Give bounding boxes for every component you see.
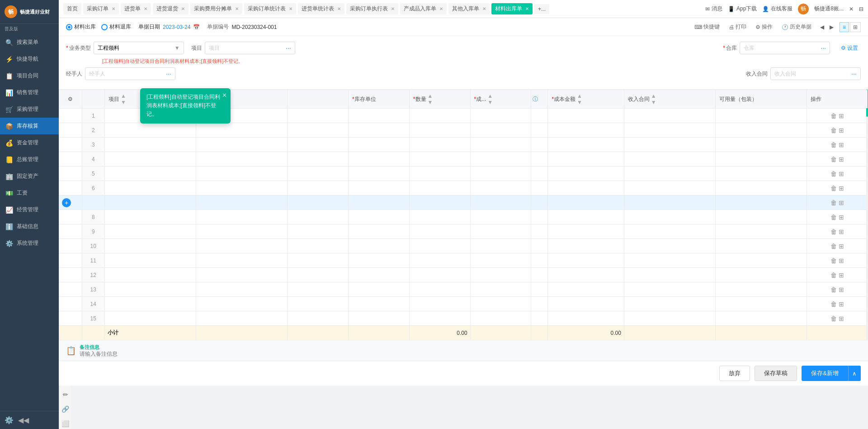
shortcut-btn[interactable]: ⌨ 快捷键 bbox=[692, 22, 722, 32]
prev-arrow[interactable]: ◀ bbox=[818, 23, 826, 32]
copy-icon[interactable]: ⊞ bbox=[839, 228, 844, 235]
tab-purchase-expense-close[interactable]: ✕ bbox=[235, 6, 239, 11]
print-btn[interactable]: 🖨 打印 bbox=[726, 22, 749, 32]
copy-icon[interactable]: ⊞ bbox=[839, 300, 844, 308]
add-row-btn[interactable]: + bbox=[62, 198, 71, 207]
calendar-icon[interactable]: 📅 bbox=[193, 24, 200, 30]
save-new-arrow-btn[interactable]: ∧ bbox=[848, 366, 861, 381]
row-cost-price-cell[interactable] bbox=[470, 109, 531, 123]
cost-info-icon[interactable]: ⓘ bbox=[533, 96, 538, 102]
tab-goods-in-close[interactable]: ✕ bbox=[144, 6, 147, 11]
right-edit-icon[interactable]: ✏ bbox=[60, 389, 71, 400]
date-value[interactable]: 2023-03-24 bbox=[163, 24, 190, 30]
copy-icon[interactable]: ⊞ bbox=[839, 199, 844, 206]
save-new-button[interactable]: 保存&新增 bbox=[802, 366, 848, 381]
right-bookmark-icon[interactable]: 🔗 bbox=[60, 404, 71, 415]
radio-out[interactable]: 材料出库 bbox=[66, 23, 96, 31]
tab-goods-stat-close[interactable]: ✕ bbox=[337, 6, 341, 11]
delete-icon[interactable]: 🗑 bbox=[830, 141, 837, 148]
delete-icon[interactable]: 🗑 bbox=[830, 112, 837, 119]
tab-goods-in[interactable]: 进货单 ✕ bbox=[121, 3, 151, 14]
tab-material-out[interactable]: 材料出库单 ✕ bbox=[491, 3, 533, 14]
tab-purchase-order-close[interactable]: ✕ bbox=[112, 6, 115, 11]
history-btn[interactable]: 🕐 历史单据 bbox=[779, 22, 814, 32]
app-download-btn[interactable]: 📱 App下载 bbox=[728, 5, 757, 13]
delete-icon[interactable]: 🗑 bbox=[830, 214, 837, 221]
copy-icon[interactable]: ⊞ bbox=[839, 257, 844, 264]
tab-product-in[interactable]: 产成品入库单 ✕ bbox=[400, 3, 447, 14]
discard-button[interactable]: 放弃 bbox=[719, 366, 750, 381]
tab-material-out-close[interactable]: ✕ bbox=[525, 6, 529, 11]
row-spec-cell[interactable] bbox=[288, 109, 349, 123]
save-draft-button[interactable]: 保存草稿 bbox=[755, 366, 797, 381]
view-grid-btn[interactable]: ⊞ bbox=[850, 22, 861, 32]
copy-icon[interactable]: ⊞ bbox=[839, 127, 844, 134]
sidebar-item-finance[interactable]: 💰 资金管理 bbox=[0, 134, 59, 151]
sidebar-item-project[interactable]: 📋 项目合同 bbox=[0, 67, 59, 84]
sidebar-item-salary[interactable]: 💵 工资 bbox=[0, 185, 59, 201]
tab-purchase-expense[interactable]: 采购费用分摊单 ✕ bbox=[190, 3, 242, 14]
copy-icon[interactable]: ⊞ bbox=[839, 112, 844, 119]
copy-icon[interactable]: ⊞ bbox=[839, 243, 844, 250]
delete-icon[interactable]: 🗑 bbox=[830, 185, 837, 192]
sidebar-item-system[interactable]: ⚙️ 系统管理 bbox=[0, 235, 59, 252]
delete-icon[interactable]: 🗑 bbox=[830, 286, 837, 293]
user-name-btn[interactable]: 畅捷通8账... bbox=[814, 5, 844, 13]
warehouse-dots[interactable]: ··· bbox=[821, 44, 826, 52]
row-cost-amount-cell[interactable] bbox=[548, 109, 624, 123]
income-contract-input[interactable]: 收入合同 ··· bbox=[770, 67, 861, 80]
warehouse-input[interactable]: 仓库 ··· bbox=[740, 42, 830, 54]
tab-more[interactable]: +... bbox=[534, 4, 549, 14]
sidebar-item-accounting[interactable]: 📒 总账管理 bbox=[0, 151, 59, 168]
sidebar-item-search[interactable]: 🔍 搜索菜单 bbox=[0, 34, 59, 51]
tab-purchase-exec[interactable]: 采购订单执行表 ✕ bbox=[346, 3, 398, 14]
tab-purchase-exec-close[interactable]: ✕ bbox=[391, 6, 395, 11]
tab-goods-return-close[interactable]: ✕ bbox=[181, 6, 185, 11]
radio-return[interactable]: 材料退库 bbox=[101, 23, 131, 31]
delete-icon[interactable]: 🗑 bbox=[830, 170, 837, 177]
row-stock-unit-cell[interactable] bbox=[349, 109, 410, 123]
handler-dots[interactable]: ··· bbox=[166, 70, 171, 77]
tab-product-in-close[interactable]: ✕ bbox=[439, 6, 443, 11]
business-type-input[interactable]: 工程领料 ▼ bbox=[94, 42, 184, 54]
sidebar-item-sales[interactable]: 📊 销售管理 bbox=[0, 84, 59, 101]
delete-icon[interactable]: 🗑 bbox=[830, 272, 837, 279]
handler-input[interactable]: 经手人 ··· bbox=[85, 67, 175, 80]
row-available-cell[interactable] bbox=[715, 109, 807, 123]
tab-home[interactable]: 首页 bbox=[63, 3, 81, 14]
sidebar-item-inventory[interactable]: 📦 库存核算 bbox=[0, 118, 59, 134]
row-income-contract-cell[interactable] bbox=[624, 109, 715, 123]
settings-bottom-btn[interactable]: ⚙️ bbox=[5, 416, 14, 424]
delete-icon[interactable]: 🗑 bbox=[830, 315, 837, 322]
tab-goods-return[interactable]: 进货退货 ✕ bbox=[153, 3, 189, 14]
message-btn[interactable]: ✉ 消息 bbox=[705, 5, 722, 13]
minimize-btn[interactable]: ⊟ bbox=[859, 6, 863, 12]
copy-icon[interactable]: ⊞ bbox=[839, 141, 844, 148]
note-input[interactable] bbox=[80, 351, 147, 357]
copy-icon[interactable]: ⊞ bbox=[839, 315, 844, 322]
delete-icon[interactable]: 🗑 bbox=[830, 228, 837, 235]
copy-icon[interactable]: ⊞ bbox=[839, 214, 844, 221]
project-input[interactable]: 项目 ··· bbox=[205, 42, 295, 54]
copy-icon[interactable]: ⊞ bbox=[839, 272, 844, 279]
close-window-btn[interactable]: ✕ bbox=[849, 6, 854, 12]
delete-icon[interactable]: 🗑 bbox=[830, 300, 837, 308]
view-list-btn[interactable]: ≡ bbox=[840, 22, 849, 32]
row-quantity-cell[interactable] bbox=[409, 109, 470, 123]
project-dots[interactable]: ··· bbox=[286, 44, 291, 52]
copy-icon[interactable]: ⊞ bbox=[839, 286, 844, 293]
copy-icon[interactable]: ⊞ bbox=[839, 170, 844, 177]
add-row-input-1[interactable] bbox=[108, 200, 193, 206]
delete-icon[interactable]: 🗑 bbox=[830, 156, 837, 163]
delete-icon[interactable]: 🗑 bbox=[830, 243, 837, 250]
delete-icon[interactable]: 🗑 bbox=[830, 199, 837, 206]
col-info-header[interactable]: ⓘ bbox=[531, 90, 548, 109]
settings-btn[interactable]: ⚙ 设置 bbox=[838, 43, 861, 53]
tab-purchase-stat[interactable]: 采购订单统计表 ✕ bbox=[244, 3, 296, 14]
tab-other-in[interactable]: 其他入库单 ✕ bbox=[448, 3, 490, 14]
sidebar-item-basic[interactable]: ℹ️ 基础信息 bbox=[0, 218, 59, 235]
next-arrow[interactable]: ▶ bbox=[827, 23, 836, 32]
sidebar-item-assets[interactable]: 🏢 固定资产 bbox=[0, 168, 59, 185]
delete-icon[interactable]: 🗑 bbox=[830, 127, 837, 134]
copy-icon[interactable]: ⊞ bbox=[839, 156, 844, 163]
